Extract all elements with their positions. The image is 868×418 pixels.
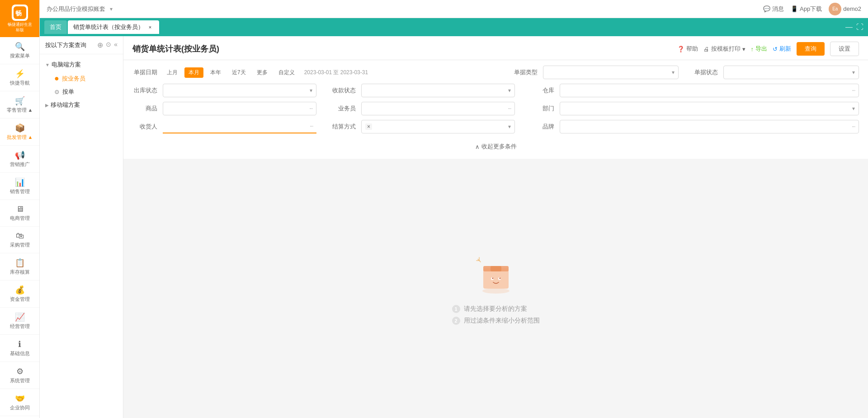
- print-action[interactable]: 🖨 按模板打印 ▾: [703, 45, 745, 53]
- settle-method-tag-close[interactable]: ×: [367, 124, 370, 130]
- sidebar-label-10: 经营管理: [10, 323, 30, 330]
- topbar-dropdown[interactable]: ▾: [110, 6, 113, 12]
- date-btn-custom[interactable]: 自定义: [274, 67, 299, 78]
- empty-tip-1: 1 请先选择要分析的方案: [452, 305, 540, 313]
- tree-node-by-salesperson[interactable]: ● 按业务员: [51, 71, 123, 86]
- sidebar-item-3[interactable]: 📦 批发管理 ▲: [0, 119, 39, 146]
- tree-label-order: 按单: [62, 88, 74, 96]
- collapse-panel-icon[interactable]: «: [114, 41, 118, 49]
- svg-point-8: [492, 277, 493, 279]
- doc-type-input[interactable]: ▾: [543, 66, 679, 79]
- settle-method-tag[interactable]: ×: [365, 124, 372, 130]
- sidebar-icon-2: 🛒: [15, 96, 25, 106]
- brand-label: 品牌: [529, 123, 554, 131]
- message-action[interactable]: 💬 消息: [763, 5, 784, 13]
- date-range-text: 2023-03-01 至 2023-03-31: [304, 69, 368, 76]
- sidebar-item-0[interactable]: 🔍 搜索菜单: [0, 37, 39, 64]
- brand-dots-icon: ···: [852, 123, 855, 131]
- doc-type-label: 单据类型: [513, 68, 538, 76]
- user-name: demo2: [843, 5, 861, 12]
- sidebar-label-1: 快捷导航: [10, 80, 30, 86]
- left-panel-header-actions: ⊕ ⊙ «: [97, 41, 118, 49]
- date-btn-this-month[interactable]: 本月: [184, 67, 203, 78]
- tree-node-by-order[interactable]: ⚙ 按单: [51, 86, 123, 98]
- sidebar-item-10[interactable]: 📈 经营管理: [0, 308, 39, 335]
- tree-node-pc[interactable]: ▼ 电脑端方案: [40, 58, 123, 71]
- tip-2-num: 2: [452, 317, 460, 325]
- sidebar-label-2: 零售管理 ▲: [7, 107, 33, 114]
- doc-status-arrow-icon: ▾: [852, 69, 855, 76]
- user-profile[interactable]: Ea demo2: [829, 3, 861, 15]
- goods-input[interactable]: ···: [163, 102, 316, 115]
- sidebar-item-7[interactable]: 🛍 采购管理: [0, 227, 39, 253]
- refresh-label: 刷新: [779, 45, 791, 53]
- payment-status-label: 收款状态: [331, 86, 356, 95]
- help-action[interactable]: ❓ 帮助: [677, 45, 698, 53]
- out-status-arrow-icon: ▾: [310, 87, 312, 94]
- settings-button[interactable]: 设置: [830, 42, 859, 56]
- date-btn-this-year[interactable]: 本年: [206, 67, 225, 78]
- sidebar-item-5[interactable]: 📊 销售管理: [0, 173, 39, 200]
- sidebar-item-13[interactable]: 🤝 企业协同: [0, 389, 39, 416]
- tree-expand-mobile-icon: ▶: [45, 103, 49, 108]
- sidebar-item-12[interactable]: ⚙ 系统管理: [0, 362, 39, 389]
- tree-label-salesperson: 按业务员: [62, 75, 85, 83]
- sidebar-item-9[interactable]: 💰 资金管理: [0, 280, 39, 308]
- add-scheme-icon[interactable]: ⊕: [97, 41, 103, 49]
- help-label: 帮助: [686, 45, 698, 53]
- sidebar-item-4[interactable]: 📢 营销推广: [0, 146, 39, 173]
- left-panel-title: 按以下方案查询: [45, 41, 86, 49]
- doc-status-input[interactable]: ▾: [723, 66, 859, 79]
- receiver-dots-icon: ···: [310, 122, 313, 130]
- sidebar: 畅 畅捷通好生意 标版 🔍 搜索菜单 ⚡ 快捷导航 🛒 零售管理 ▲ 📦 批发管…: [0, 0, 40, 418]
- tab-home[interactable]: 首页: [44, 20, 67, 34]
- app-download-action[interactable]: 📱 App下载: [791, 5, 822, 13]
- sidebar-icon-7: 🛍: [16, 231, 24, 241]
- topbar-left: 办公用品行业模拟账套 ▾: [47, 5, 113, 13]
- tree-node-mobile[interactable]: ▶ 移动端方案: [40, 98, 123, 112]
- settings-scheme-icon[interactable]: ⊙: [106, 41, 111, 49]
- help-icon: ❓: [677, 46, 684, 52]
- sidebar-label-13: 企业协同: [10, 404, 30, 411]
- date-filter: 上月 本月 本年 近7天 更多 自定义 2023-03-01 至 2023-03…: [163, 67, 498, 78]
- avatar: Ea: [829, 3, 841, 15]
- warehouse-input[interactable]: ···: [560, 84, 859, 97]
- tab-close-icon[interactable]: ×: [146, 24, 154, 31]
- settle-method-input[interactable]: × ▾: [361, 120, 515, 133]
- topbar: 办公用品行业模拟账套 ▾ 💬 消息 📱 App下载 Ea demo2: [40, 0, 868, 18]
- date-btn-last-month[interactable]: 上月: [163, 67, 182, 78]
- sidebar-item-8[interactable]: 📋 库存核算: [0, 253, 39, 280]
- sidebar-icon-11: ℹ: [18, 339, 21, 349]
- print-icon: 🖨: [703, 46, 709, 52]
- export-action[interactable]: ↑ 导出: [751, 45, 768, 53]
- receiver-input[interactable]: ···: [163, 120, 316, 133]
- date-label: 单据日期: [132, 68, 157, 76]
- out-status-input[interactable]: ▾: [163, 84, 316, 97]
- svg-text:畅: 畅: [15, 10, 22, 17]
- sidebar-item-1[interactable]: ⚡ 快捷导航: [0, 64, 39, 91]
- sidebar-item-14[interactable]: 🎯 新手引导: [0, 416, 39, 418]
- refresh-icon: ↺: [773, 46, 778, 52]
- date-btn-more[interactable]: 更多: [253, 67, 272, 78]
- tab-sales-stat[interactable]: 销货单统计表（按业务员） ×: [68, 20, 159, 34]
- sidebar-icon-4: 📢: [15, 150, 25, 160]
- sidebar-label-8: 库存核算: [10, 269, 30, 276]
- goods-label: 商品: [132, 104, 157, 113]
- header-actions: ❓ 帮助 🖨 按模板打印 ▾ ↑ 导出 ↺ 刷新: [677, 42, 859, 56]
- salesperson-input[interactable]: ···: [361, 102, 515, 115]
- sidebar-icon-0: 🔍: [15, 42, 25, 52]
- sidebar-item-6[interactable]: 🖥 电商管理: [0, 200, 39, 227]
- collapse-btn[interactable]: ∧ 收起更多条件: [132, 142, 859, 151]
- tab-maximize-icon[interactable]: ⛶: [856, 23, 863, 31]
- filter-section: 单据日期 上月 本月 本年 近7天 更多 自定义 2023-03-01 至 20…: [123, 60, 868, 159]
- dept-input[interactable]: ▾: [560, 102, 859, 115]
- payment-status-input[interactable]: ▾: [361, 84, 515, 97]
- tab-minimize-icon[interactable]: —: [845, 23, 853, 31]
- date-btn-7days[interactable]: 近7天: [228, 67, 250, 78]
- topbar-title: 办公用品行业模拟账套: [47, 5, 105, 13]
- sidebar-item-2[interactable]: 🛒 零售管理 ▲: [0, 91, 39, 119]
- refresh-action[interactable]: ↺ 刷新: [773, 45, 791, 53]
- sidebar-item-11[interactable]: ℹ 基础信息: [0, 335, 39, 362]
- query-button[interactable]: 查询: [797, 42, 825, 56]
- brand-input[interactable]: ···: [560, 120, 859, 133]
